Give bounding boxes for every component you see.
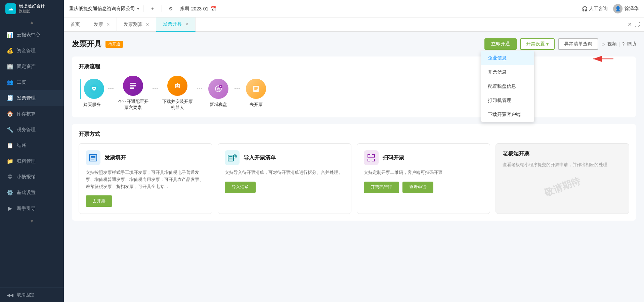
add-company-btn[interactable]: ＋	[147, 4, 158, 13]
tab-fapiao-close[interactable]: ✕	[106, 22, 110, 27]
status-badge: 待开通	[105, 41, 123, 48]
svg-rect-6	[130, 85, 136, 86]
sidebar-icon-gudingzichan: 🏢	[7, 63, 13, 70]
company-selector[interactable]: 重庆畅捷交通信息咨询有限公司 ▾	[69, 6, 139, 12]
dropdown-item-printer[interactable]: 打印机管理	[481, 93, 534, 108]
video-help-area: ▷ 视频 | ? 帮助	[602, 41, 636, 47]
fill-footer: 去开票	[86, 195, 205, 207]
svg-rect-26	[91, 159, 94, 159]
boss-watermark: 敬请期待	[543, 175, 582, 199]
sidebar-item-zijin[interactable]: 💰 资金管理	[0, 43, 64, 59]
company-dropdown-arrow: ▾	[137, 6, 139, 11]
sidebar-bottom: ◀◀ 取消固定	[0, 288, 64, 302]
flow-bar	[80, 79, 81, 99]
calendar-icon[interactable]: 📅	[210, 6, 216, 11]
tab-expand-btn[interactable]: ⛶	[635, 22, 640, 28]
exception-btn[interactable]: 异常清单查询	[558, 38, 598, 50]
activate-btn[interactable]: 立即开通	[484, 38, 517, 50]
page-content: 发票开具 待开通 立即开通 开票设置 ▾	[64, 32, 644, 302]
sidebar-item-jiezhang[interactable]: 📋 结账	[0, 138, 64, 153]
svg-rect-36	[374, 154, 375, 157]
method-card-import-header: 导入开票清单	[225, 150, 344, 165]
svg-rect-30	[229, 158, 232, 158]
import-btn[interactable]: 导入清单	[225, 182, 256, 193]
flow-step-3: 下载并安装开票机器人	[161, 76, 194, 111]
top-bar: ☁ 畅捷通好会计 旗舰版 重庆畅捷交通信息咨询有限公司 ▾ ＋ ⚙ 账期 202…	[0, 0, 644, 17]
sidebar-scroll-down[interactable]: ▼	[0, 216, 64, 226]
tab-fapiao-kaiju-close[interactable]: ✕	[185, 22, 188, 27]
help-icon: ?	[622, 41, 625, 47]
scan-apply-btn[interactable]: 查看申请	[402, 182, 433, 193]
settings-btn[interactable]: ⚙	[166, 5, 176, 13]
svg-rect-12	[177, 83, 178, 84]
dropdown-item-download[interactable]: 下载开票客户端	[481, 108, 534, 122]
scan-qr-btn[interactable]: 开票码管理	[364, 182, 399, 193]
tab-home[interactable]: 首页	[64, 17, 87, 32]
company-name: 重庆畅捷交通信息咨询有限公司	[69, 6, 135, 12]
dropdown-item-invoice-info[interactable]: 开票信息	[481, 65, 534, 79]
sidebar-item-gudingzichan[interactable]: 🏢 固定资产	[0, 59, 64, 74]
tab-fapiao-kaiju[interactable]: 发票开具 ✕	[156, 17, 196, 32]
method-card-scan-header: 扫码开票	[364, 150, 483, 165]
settings-dropdown-menu: 企业信息 开票信息 配置税盘信息 打印机管理	[481, 51, 534, 122]
tab-fapiao-tesuan-close[interactable]: ✕	[146, 22, 149, 27]
flow-step-4: 税 新增税盘	[205, 79, 232, 108]
service-btn[interactable]: 🎧 人工咨询	[582, 6, 608, 12]
logo-text: 畅捷通好会计	[19, 3, 45, 9]
sidebar-label-fapiao: 发票管理	[17, 95, 36, 101]
tab-fapiao[interactable]: 发票 ✕	[87, 17, 117, 32]
sidebar-icon-jichu: ⚙️	[7, 189, 13, 196]
method-card-scan: 扫码开票 支持定制开票二维码，客户端可扫码开票 开票码管理 查看申请	[357, 143, 490, 214]
fill-desc: 支持按照发票样式手工填开发票；可开具增值税电子普通发票、增值税普通发票、增值税专…	[86, 169, 205, 190]
sidebar-item-jichu[interactable]: ⚙️ 基础设置	[0, 185, 64, 200]
svg-rect-20	[254, 88, 258, 89]
sidebar-scroll-up[interactable]: ▲	[0, 17, 64, 27]
svg-rect-19	[254, 87, 258, 88]
period-area: 账期 2023-01 📅	[180, 6, 216, 12]
sidebar-item-fapiao[interactable]: 🧾 发票管理	[0, 90, 64, 106]
tab-close-btn[interactable]: ✕	[628, 21, 632, 28]
svg-rect-10	[178, 85, 179, 86]
heart-plus-icon	[89, 84, 99, 93]
flow-icon-2	[123, 76, 143, 96]
svg-text:税: 税	[217, 87, 220, 91]
play-icon[interactable]: ▷	[602, 41, 605, 47]
sidebar-label-shuiwu: 税务管理	[17, 127, 36, 133]
sidebar-label-gudingzichan: 固定资产	[17, 64, 36, 70]
page-title-row: 发票开具 待开通	[72, 39, 123, 49]
svg-rect-25	[91, 157, 95, 158]
user-area[interactable]: 👤 徐泽华	[613, 4, 639, 13]
tab-fapiao-tesuan-label: 发票测算	[124, 22, 142, 28]
settings-btn-label: 开票设置	[526, 41, 545, 47]
fill-invoice-icon	[88, 153, 98, 162]
sidebar-item-kucun[interactable]: 🏠 库存核算	[0, 106, 64, 122]
scan-footer: 开票码管理 查看申请	[364, 182, 483, 193]
settings-btn[interactable]: 开票设置 ▾	[520, 38, 555, 50]
import-title: 导入开票清单	[244, 154, 276, 161]
svg-rect-34	[368, 154, 368, 157]
dropdown-item-company[interactable]: 企业信息	[481, 51, 534, 65]
sidebar-item-yunbaobiao[interactable]: 📊 云报表中心	[0, 27, 64, 43]
sidebar-item-gongzi[interactable]: 👥 工资	[0, 74, 64, 90]
dropdown-item-tax-config[interactable]: 配置税盘信息	[481, 79, 534, 93]
sidebar-label-xiaochang: 小畅报销	[17, 174, 36, 180]
tab-fapiao-tesuan[interactable]: 发票测算 ✕	[117, 17, 156, 32]
methods-grid: 发票填开 支持按照发票样式手工填开发票；可开具增值税电子普通发票、增值税普通发票…	[79, 143, 629, 214]
sidebar-cancel-pin[interactable]: ◀◀ 取消固定	[0, 288, 64, 302]
fill-goto-btn[interactable]: 去开票	[86, 195, 112, 207]
sidebar-item-xiaochang[interactable]: © 小畅报销	[0, 169, 64, 185]
connector-3	[194, 88, 205, 89]
fill-title: 发票填开	[104, 154, 126, 161]
import-icon	[225, 150, 240, 165]
sidebar-item-xinshou[interactable]: ▶ 新手引导	[0, 200, 64, 216]
flow-label-4: 新增税盘	[210, 102, 227, 108]
sidebar-item-shuiwu[interactable]: 🔧 税务管理	[0, 122, 64, 138]
sidebar-item-guidang[interactable]: 📁 归档管理	[0, 153, 64, 169]
boss-watermark-container: 敬请期待	[503, 174, 622, 193]
scan-icon-svg	[367, 153, 376, 162]
sidebar-icon-fapiao: 🧾	[7, 95, 13, 101]
sidebar-icon-jiezhang: 📋	[7, 142, 13, 149]
sidebar-label-yunbaobiao: 云报表中心	[17, 32, 40, 38]
flow-icon-3	[167, 76, 187, 96]
content-area: 首页 发票 ✕ 发票测算 ✕ 发票开具 ✕ ✕ ⛶	[64, 17, 644, 302]
